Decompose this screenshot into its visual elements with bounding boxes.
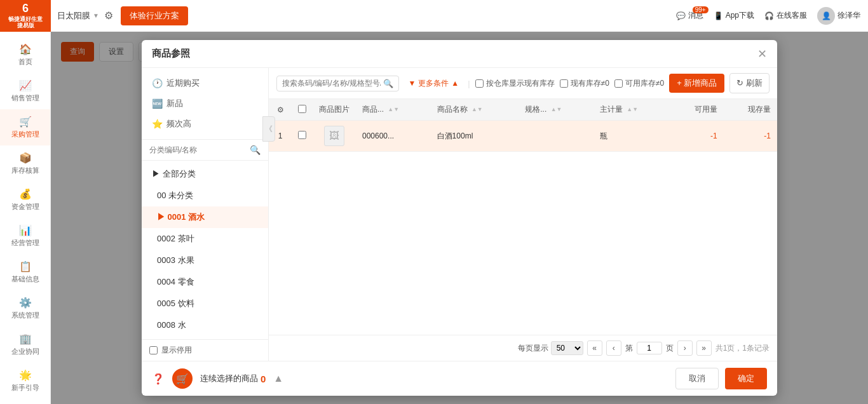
refresh-button[interactable]: ↻ 刷新 — [729, 73, 770, 93]
check-stock-by-warehouse: 按仓库显示现有库存 — [475, 78, 555, 89]
product-search-icon[interactable]: 🔍 — [383, 79, 393, 88]
sidebar-item-guide[interactable]: 🌟 新手引导 — [0, 363, 50, 399]
app-logo: 6 畅捷通好生意 捷易版 — [0, 0, 51, 32]
sidebar-item-purchase[interactable]: 🛒 采购管理 — [0, 109, 50, 145]
check-available-label[interactable]: 可用库存≠0 — [625, 78, 664, 89]
th-stock[interactable]: 现存量 — [724, 99, 777, 121]
category-search-icon[interactable]: 🔍 — [250, 145, 261, 155]
product-search-input[interactable] — [282, 79, 381, 88]
page-label: 第 — [625, 343, 633, 354]
th-spec-label: 规格... — [525, 105, 546, 114]
table-row[interactable]: 1 🖼 000600... 白酒100ml — [269, 121, 777, 152]
sidebar-item-operations[interactable]: 📊 经营管理 — [0, 218, 50, 254]
mobile-icon: 📱 — [714, 11, 723, 20]
check-warehouse-label[interactable]: 按仓库显示现有库存 — [486, 78, 555, 89]
app-download-item[interactable]: 📱 App下载 — [714, 10, 754, 21]
category-water[interactable]: 0008 水 — [142, 314, 268, 336]
sidebar: 🏠 首页 📈 销售管理 🛒 采购管理 📦 库存核算 💰 资金管理 📊 经营管理 … — [0, 32, 51, 404]
gear-icon[interactable]: ⚙ — [104, 10, 113, 22]
sidebar-item-system[interactable]: ⚙️ 系统管理 — [0, 290, 50, 327]
sidebar-label-enterprise: 企业协同 — [11, 347, 39, 356]
th-select-all[interactable] — [292, 99, 313, 121]
sidebar-item-home[interactable]: 🏠 首页 — [0, 37, 50, 73]
sidebar-item-finance[interactable]: 💰 资金管理 — [0, 182, 50, 218]
sort-unit-icon: ▲▼ — [627, 107, 638, 112]
nav-label-new: 新品 — [166, 98, 183, 109]
check-warehouse-checkbox[interactable] — [475, 79, 484, 88]
nav-item-recent[interactable]: 🕐 近期购买 — [142, 73, 268, 93]
row-checkbox[interactable] — [298, 131, 306, 139]
td-checkbox[interactable] — [292, 121, 313, 152]
filter-label: 更多条件 — [418, 78, 449, 89]
category-tea[interactable]: 0002 茶叶 — [142, 228, 268, 250]
messages-item[interactable]: 💬 消息 99+ — [676, 10, 703, 21]
system-icon: ⚙️ — [19, 297, 32, 309]
modal-overlay: 商品参照 ✕ 🕐 近期购买 🆕 — [51, 32, 868, 404]
show-disabled-checkbox[interactable] — [149, 346, 158, 354]
collapse-panel-button[interactable]: 《 — [262, 116, 275, 142]
category-snack-label: 0004 零食 — [157, 276, 194, 288]
confirm-button[interactable]: 确定 — [725, 368, 767, 389]
per-page-select[interactable]: 10 20 50 100 — [551, 341, 583, 355]
customer-service-item[interactable]: 🎧 在线客服 — [764, 10, 807, 21]
check-stock-checkbox[interactable] — [560, 79, 568, 88]
th-code-label: 商品... — [362, 105, 384, 114]
help-icon[interactable]: ❓ — [152, 373, 165, 385]
th-code[interactable]: 商品... ▲▼ — [356, 99, 431, 121]
cancel-button[interactable]: 取消 — [675, 368, 719, 389]
sidebar-item-inventory[interactable]: 📦 库存核算 — [0, 145, 50, 182]
footer-collapse-icon[interactable]: ▲ — [273, 373, 283, 384]
basic-icon: 📋 — [19, 260, 32, 273]
category-all[interactable]: ▶ 全部分类 — [142, 163, 268, 185]
td-available: -1 — [670, 121, 723, 152]
footer-buttons: 取消 确定 — [675, 368, 767, 389]
sidebar-item-sales[interactable]: 📈 销售管理 — [0, 73, 50, 109]
cart-icon[interactable]: 🛒 — [172, 368, 193, 389]
category-fruit[interactable]: 0003 水果 — [142, 250, 268, 271]
branch-selector[interactable]: 日太阳膜 ▼ — [57, 10, 99, 22]
sidebar-item-apps[interactable]: 📱 应用中心 — [0, 399, 50, 404]
add-product-button[interactable]: + 新增商品 — [669, 74, 724, 93]
first-page-button[interactable]: « — [587, 340, 602, 356]
prev-page-button[interactable]: ‹ — [606, 340, 621, 356]
category-liquor[interactable]: ▶ 0001 酒水 — [142, 206, 268, 228]
more-filter-button[interactable]: ▼ 更多条件 ▲ — [404, 76, 463, 91]
user-item[interactable]: 👤 徐泽华 — [817, 7, 860, 25]
category-search: 🔍 — [142, 140, 268, 161]
cta-button[interactable]: 体验行业方案 — [121, 6, 188, 25]
check-stock-label[interactable]: 现有库存≠0 — [571, 78, 609, 89]
sidebar-item-basic[interactable]: 📋 基础信息 — [0, 254, 50, 290]
th-unit[interactable]: 主计量 ▲▼ — [593, 99, 670, 121]
page-total: 共1页，1条记录 — [715, 343, 770, 354]
select-all-checkbox[interactable] — [298, 105, 306, 113]
category-unclassified[interactable]: 00 未分类 — [142, 185, 268, 206]
sidebar-item-enterprise[interactable]: 🏢 企业协同 — [0, 327, 50, 363]
pagination: 每页显示 10 20 50 100 « ‹ 第 — [269, 335, 777, 361]
th-image: 商品图片 — [313, 99, 356, 121]
th-spec[interactable]: 规格... ▲▼ — [519, 99, 593, 121]
next-page-button[interactable]: › — [677, 340, 693, 356]
left-panel: 🕐 近期购买 🆕 新品 ⭐ 频次高 — [142, 68, 269, 361]
category-beverage[interactable]: 0005 饮料 — [142, 293, 268, 314]
th-name[interactable]: 商品名称 ▲▼ — [431, 99, 519, 121]
filter-arrow-icon: ▲ — [451, 79, 459, 88]
product-table-wrap: ⚙ 商品图片 — [269, 99, 777, 335]
current-page-input[interactable] — [637, 342, 662, 354]
check-available-checkbox[interactable] — [614, 79, 623, 88]
logo-number: 6 — [8, 2, 43, 16]
table-settings-icon[interactable]: ⚙ — [277, 105, 284, 114]
nav-item-frequent[interactable]: ⭐ 频次高 — [142, 114, 268, 134]
td-stock: -1 — [724, 121, 777, 152]
sidebar-label-purchase: 采购管理 — [11, 130, 39, 139]
category-search-input[interactable] — [149, 145, 246, 154]
th-available[interactable]: 可用量 — [670, 99, 723, 121]
category-snack[interactable]: 0004 零食 — [142, 271, 268, 293]
show-disabled-label[interactable]: 显示停用 — [161, 345, 192, 356]
modal-close-button[interactable]: ✕ — [757, 47, 767, 61]
finance-icon: 💰 — [19, 188, 32, 200]
nav-item-new[interactable]: 🆕 新品 — [142, 93, 268, 114]
product-table: ⚙ 商品图片 — [269, 99, 777, 152]
last-page-button[interactable]: » — [696, 340, 712, 356]
navbar: 6 畅捷通好生意 捷易版 日太阳膜 ▼ ⚙ 体验行业方案 💬 消息 99+ 📱 … — [0, 0, 868, 32]
collapse-icon: 《 — [265, 124, 273, 135]
